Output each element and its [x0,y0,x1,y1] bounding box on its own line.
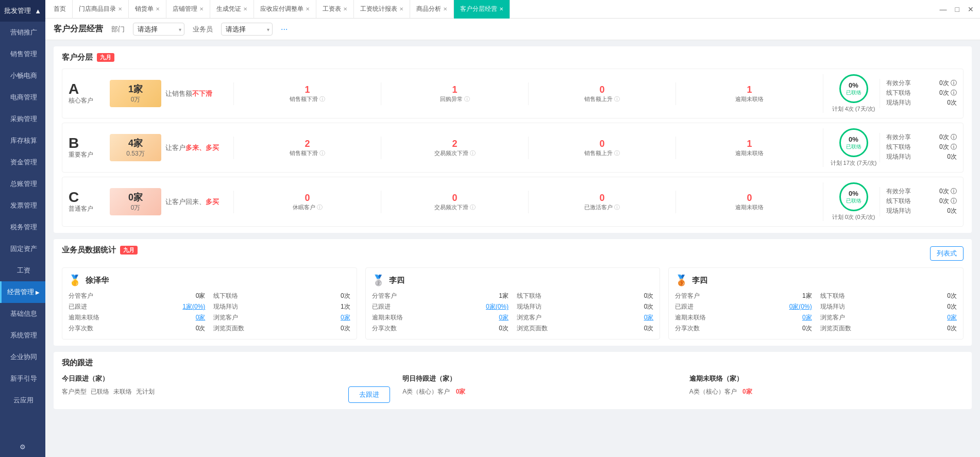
followup-goto: 去跟进 [348,374,390,403]
tier-A-metric-2[interactable]: 1 回购异常 ⓘ [381,82,528,105]
tab-product-analysis[interactable]: 商品分析 ✕ [410,0,454,19]
sidebar-arrow: ▲ [35,7,41,15]
tier-A-label: A 核心客户 [69,82,110,105]
tier-B-count[interactable]: 4家 0.53万 [110,134,161,161]
followup-overdue: 逾期未联络（家） A类（核心）客户 0家 [689,374,964,396]
tab-actions: — □ ✕ [938,4,980,14]
followup-today-title: 今日跟进（家） [62,374,336,383]
tier-A-metric-3[interactable]: 0 销售额上升 ⓘ [528,82,675,105]
tab-close-icon[interactable]: ✕ [343,6,347,12]
info-icon: ⓘ [614,149,620,157]
tab-sales-order[interactable]: 销货单 ✕ [129,0,166,19]
contact-circle-C: 0% 已联络 [839,182,868,211]
tier-B-right-stats: 有效分享 0次 ⓘ 线下联络 0次 ⓘ 现场拜访 0次 [880,133,957,162]
sidebar-item-invoice[interactable]: 发票管理 [0,195,45,216]
tier-A-metric-1[interactable]: 1 销售额下滑 ⓘ [233,82,381,105]
tier-B-metric-2[interactable]: 2 交易频次下滑 ⓘ [381,137,528,159]
list-view-button[interactable]: 列表式 [930,246,964,261]
tab-close-icon[interactable]: ✕ [199,6,204,12]
biz-stats-section: 业务员数据统计 九月 列表式 🥇 徐泽华 分管客户 0家 [54,239,972,346]
tab-ar-adjust[interactable]: 应收应付调整单 ✕ [254,0,316,19]
followup-today: 今日跟进（家） 客户类型 已联络 未联络 无计划 [62,374,336,399]
biz-month-badge: 九月 [120,246,138,255]
sidebar-settings[interactable]: ⚙ [0,437,45,457]
customer-tier-title: 客户分层 九月 [62,53,964,62]
tab-store-products[interactable]: 门店商品目录 ✕ [73,0,129,19]
tab-close-icon[interactable]: ✕ [306,6,310,12]
staff-select[interactable]: 请选择 [221,23,273,36]
sidebar-item-cloud[interactable]: 云应用 [0,390,45,411]
tab-close-icon[interactable]: ✕ [399,6,403,12]
goto-followup-button[interactable]: 去跟进 [348,386,390,403]
toolbar: 客户分层经营 部门 请选择 业务员 请选择 ··· [45,19,980,40]
info-icon: ⓘ [614,204,620,211]
tier-row-C: C 普通客户 0家 0万 让客户回来、多买 0 休眠客户 [62,177,964,227]
tier-C-contact: 0% 已联络 计划 0次 (0天/次) [823,182,880,221]
sidebar-item-payroll[interactable]: 工资 [0,260,45,281]
sidebar-item-inventory[interactable]: 库存核算 [0,130,45,151]
dept-select-wrapper: 请选择 [133,23,184,36]
sidebar-header[interactable]: 批发管理 ▲ [0,0,45,22]
sidebar-item-marketing[interactable]: 营销推广 [0,22,45,43]
sidebar-item-tax[interactable]: 税务管理 [0,216,45,238]
tier-C-metric-2[interactable]: 0 交易频次下滑 ⓘ [381,191,528,213]
sidebar-item-guide[interactable]: 新手引导 [0,368,45,390]
tier-B-metrics: 2 销售额下滑 ⓘ 2 交易频次下滑 ⓘ [233,137,823,159]
sidebar-item-ecommerce-small[interactable]: 小畅电商 [0,65,45,87]
biz-card-2-header: 🥈 李四 [372,274,654,286]
biz-title: 业务员数据统计 九月 [62,245,138,255]
followup-grid: 今日跟进（家） 客户类型 已联络 未联络 无计划 去跟进 明日待跟进（家） A类… [62,374,964,403]
tab-minimize-icon[interactable]: — [938,4,949,14]
tab-close-icon[interactable]: ✕ [243,6,247,12]
tab-payroll-report[interactable]: 工资统计报表 ✕ [354,0,410,19]
tier-C-count[interactable]: 0家 0万 [110,188,161,215]
info-icon: ⓘ [319,149,325,157]
sidebar-item-collab[interactable]: 企业协同 [0,346,45,368]
tab-close-icon-active[interactable]: ✕ [499,6,503,12]
followup-title: 我的跟进 [62,358,964,368]
sidebar-item-purchase[interactable]: 采购管理 [0,108,45,130]
tier-C-metric-1[interactable]: 0 休眠客户 ⓘ [233,191,381,213]
biz-card-1-header: 🥇 徐泽华 [69,274,350,286]
contact-plan-A[interactable]: 计划 4次 (7天/次) [827,105,880,113]
followup-tomorrow: 明日待跟进（家） A类（核心）客户 0家 [402,374,677,396]
tier-C-metric-4[interactable]: 0 逾期未联络 [675,191,823,213]
tier-B-metric-3[interactable]: 0 销售额上升 ⓘ [528,137,675,159]
sidebar-item-system[interactable]: 系统管理 [0,325,45,346]
sidebar-item-management[interactable]: 经营管理 ▶ [0,281,45,303]
tab-maximize-icon[interactable]: □ [953,4,961,14]
tier-A-metric-4[interactable]: 1 逾期未联络 [675,82,823,105]
tab-voucher[interactable]: 生成凭证 ✕ [210,0,254,19]
tab-home[interactable]: 首页 [47,0,73,19]
sidebar-item-ecommerce[interactable]: 电商管理 [0,87,45,108]
sidebar-item-ledger[interactable]: 总账管理 [0,173,45,195]
sidebar-item-basic[interactable]: 基础信息 [0,303,45,325]
more-options-btn[interactable]: ··· [281,25,288,34]
contact-plan-B[interactable]: 计划 17次 (7天/次) [827,159,880,167]
followup-overdue-title: 逾期未联络（家） [689,374,964,383]
tab-close-all-icon[interactable]: ✕ [966,4,976,14]
tier-B-metric-1[interactable]: 2 销售额下滑 ⓘ [233,137,381,159]
sidebar-item-finance[interactable]: 资金管理 [0,151,45,173]
biz-card-3: 🥉 李四 分管客户 1家 线下联络 0次 已跟进 [668,267,964,340]
tab-bar: 首页 门店商品目录 ✕ 销货单 ✕ 店铺管理 ✕ 生成凭证 ✕ 应收应付调整单 … [45,0,980,19]
biz-card-1-stats: 分管客户 0家 线下联络 0次 已跟进 1家(0%) 现场拜访 [69,292,350,333]
tab-close-icon[interactable]: ✕ [118,6,122,12]
tier-A-count[interactable]: 1家 0万 [110,80,161,107]
tab-payroll[interactable]: 工资表 ✕ [316,0,354,19]
biz-card-3-header: 🥉 李四 [675,274,957,286]
tier-C-metric-3[interactable]: 0 已激活客户 ⓘ [528,191,675,213]
tab-close-icon[interactable]: ✕ [443,6,447,12]
tier-B-metric-4[interactable]: 1 逾期未联络 [675,137,823,159]
tab-store-mgmt[interactable]: 店铺管理 ✕ [166,0,210,19]
contact-circle-B: 0% 已联络 [839,128,868,157]
dept-select[interactable]: 请选择 [133,23,184,36]
tab-customer-tier[interactable]: 客户分层经营 ✕ [454,0,510,19]
tab-close-icon[interactable]: ✕ [156,6,160,12]
tier-C-right-stats: 有效分享 0次 ⓘ 线下联络 0次 ⓘ 现场拜访 0次 [880,187,957,216]
sidebar-item-sales[interactable]: 销售管理 [0,43,45,65]
sidebar-item-assets[interactable]: 固定资产 [0,238,45,260]
page-title: 客户分层经营 [54,24,103,35]
tier-A-metrics: 1 销售额下滑 ⓘ 1 回购异常 ⓘ [233,82,823,105]
contact-plan-C[interactable]: 计划 0次 (0天/次) [827,213,880,221]
